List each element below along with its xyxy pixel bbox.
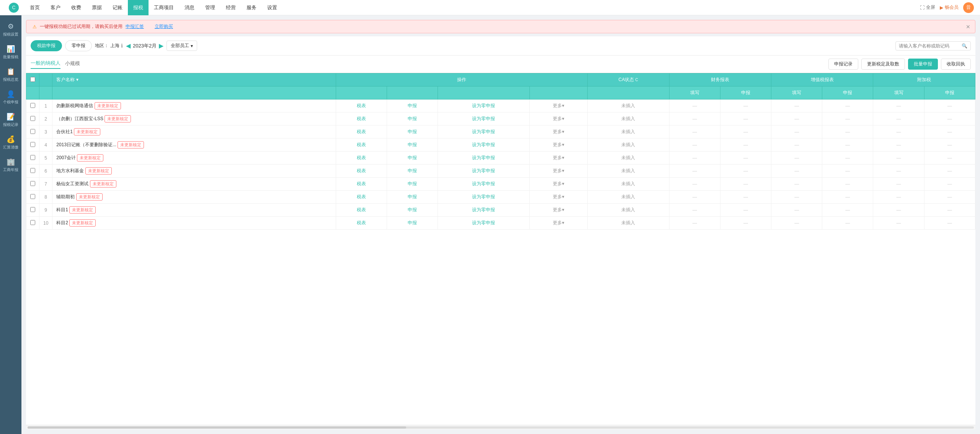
row-op-apply-5[interactable]: 申报 bbox=[387, 165, 438, 178]
notice-close-button[interactable]: ✕ bbox=[966, 24, 970, 30]
row-select-5[interactable] bbox=[30, 168, 35, 173]
next-month-button[interactable]: ▶ bbox=[159, 42, 163, 49]
sidebar-item-annual-report[interactable]: 🏢 工商年报 bbox=[0, 154, 21, 176]
row-select-1[interactable] bbox=[30, 116, 35, 121]
row-op-tax-3[interactable]: 税表 bbox=[336, 139, 387, 152]
row-op-apply-2[interactable]: 申报 bbox=[387, 126, 438, 139]
row-op-apply-3[interactable]: 申报 bbox=[387, 139, 438, 152]
row-num-3: 4 bbox=[39, 139, 52, 152]
sidebar-item-settlement[interactable]: 💰 汇算清缴 bbox=[0, 131, 21, 154]
row-op-zero-2[interactable]: 设为零申报 bbox=[438, 126, 530, 139]
row-op-zero-3[interactable]: 设为零申报 bbox=[438, 139, 530, 152]
sidebar-item-batch-tax[interactable]: 📊 批量报税 bbox=[0, 41, 21, 64]
tab-general-taxpayer[interactable]: 一般的纳税人 bbox=[31, 60, 60, 69]
row-op-zero-7[interactable]: 设为零申报 bbox=[438, 191, 530, 204]
nav-customer[interactable]: 客户 bbox=[45, 0, 66, 15]
row-select-7[interactable] bbox=[30, 194, 35, 199]
nav-bookkeeping[interactable]: 记账 bbox=[107, 0, 128, 15]
current-date: 2023年2月 bbox=[133, 42, 157, 49]
row-op-apply-6[interactable]: 申报 bbox=[387, 178, 438, 191]
collect-receipt-button[interactable]: 收取回执 bbox=[941, 59, 971, 70]
row-op-more-8[interactable]: 更多▾ bbox=[529, 204, 587, 217]
nav-tax[interactable]: 报税 bbox=[128, 0, 149, 15]
row-op-tax-0[interactable]: 税表 bbox=[336, 100, 387, 113]
nav-operation[interactable]: 经营 bbox=[220, 0, 241, 15]
row-tax-fill-3: — bbox=[771, 139, 822, 152]
row-op-zero-4[interactable]: 设为零申报 bbox=[438, 152, 530, 165]
row-op-tax-1[interactable]: 税表 bbox=[336, 113, 387, 126]
row-op-tax-4[interactable]: 税表 bbox=[336, 152, 387, 165]
row-op-more-3[interactable]: 更多▾ bbox=[529, 139, 587, 152]
row-op-tax-2[interactable]: 税表 bbox=[336, 126, 387, 139]
row-op-apply-9[interactable]: 申报 bbox=[387, 217, 438, 230]
row-op-zero-8[interactable]: 设为零申报 bbox=[438, 204, 530, 217]
row-select-0[interactable] bbox=[30, 103, 35, 108]
row-select-6[interactable] bbox=[30, 181, 35, 186]
tab-tax-declaration[interactable]: 税款申报 bbox=[31, 40, 62, 51]
row-op-apply-0[interactable]: 申报 bbox=[387, 100, 438, 113]
sidebar-item-tax-record[interactable]: 📝 报税记录 bbox=[0, 109, 21, 131]
row-op-more-4[interactable]: 更多▾ bbox=[529, 152, 587, 165]
row-op-zero-1[interactable]: 设为零申报 bbox=[438, 113, 530, 126]
tab-zero-declaration[interactable]: 零申报 bbox=[65, 40, 92, 51]
nav-business[interactable]: 工商项目 bbox=[149, 0, 179, 15]
row-op-more-1[interactable]: 更多▾ bbox=[529, 113, 587, 126]
table-row: 6 地方水利基金 未更新核定 税表 申报 设为零申报 更多▾ 未插入 — — —… bbox=[26, 165, 975, 178]
dept-select[interactable]: 全部员工 ▾ bbox=[167, 41, 197, 51]
main-table: 客户名称 ▾ 操作 CA状态 C 财务报表 增值税报表 附加税 bbox=[26, 73, 975, 230]
prev-month-button[interactable]: ◀ bbox=[126, 42, 131, 49]
avatar[interactable]: 昔 bbox=[963, 2, 974, 13]
row-name-8: 科目1 未更新核定 bbox=[52, 204, 336, 217]
row-select-8[interactable] bbox=[30, 207, 35, 212]
search-icon[interactable]: 🔍 bbox=[962, 43, 967, 49]
row-op-zero-5[interactable]: 设为零申报 bbox=[438, 165, 530, 178]
nav-home[interactable]: 首页 bbox=[24, 0, 45, 15]
row-op-zero-9[interactable]: 设为零申报 bbox=[438, 217, 530, 230]
notice-link-buy[interactable]: 立即购买 bbox=[155, 23, 173, 30]
row-select-3[interactable] bbox=[30, 142, 35, 147]
row-op-apply-8[interactable]: 申报 bbox=[387, 204, 438, 217]
row-op-tax-5[interactable]: 税表 bbox=[336, 165, 387, 178]
sidebar-item-tax-overview[interactable]: 📋 报税总览 bbox=[0, 64, 21, 86]
search-input[interactable] bbox=[899, 43, 960, 49]
horizontal-scrollbar[interactable] bbox=[26, 425, 975, 429]
row-op-tax-6[interactable]: 税表 bbox=[336, 178, 387, 191]
nav-manage[interactable]: 管理 bbox=[200, 0, 220, 15]
row-op-zero-6[interactable]: 设为零申报 bbox=[438, 178, 530, 191]
row-op-apply-4[interactable]: 申报 bbox=[387, 152, 438, 165]
row-op-tax-9[interactable]: 税表 bbox=[336, 217, 387, 230]
nav-message[interactable]: 消息 bbox=[179, 0, 200, 15]
member-button[interactable]: ▶ 畅会员 bbox=[940, 4, 959, 11]
nav-billing[interactable]: 收费 bbox=[66, 0, 87, 15]
row-fin-apply-6: — bbox=[720, 178, 771, 191]
row-op-more-6[interactable]: 更多▾ bbox=[529, 178, 587, 191]
row-op-more-2[interactable]: 更多▾ bbox=[529, 126, 587, 139]
row-select-9[interactable] bbox=[30, 220, 35, 225]
row-select-2[interactable] bbox=[30, 129, 35, 134]
row-op-tax-7[interactable]: 税表 bbox=[336, 191, 387, 204]
nav-settings[interactable]: 设置 bbox=[262, 0, 283, 15]
row-status-1: 未更新核定 bbox=[105, 115, 131, 122]
row-op-tax-8[interactable]: 税表 bbox=[336, 204, 387, 217]
row-op-zero-0[interactable]: 设为零申报 bbox=[438, 100, 530, 113]
row-op-more-7[interactable]: 更多▾ bbox=[529, 191, 587, 204]
row-op-more-5[interactable]: 更多▾ bbox=[529, 165, 587, 178]
notice-link-report[interactable]: 申报汇签 bbox=[126, 23, 144, 30]
batch-declaration-button[interactable]: 批量申报 bbox=[908, 59, 938, 70]
fullscreen-button[interactable]: ⛶ 全屏 bbox=[920, 4, 935, 11]
row-op-apply-7[interactable]: 申报 bbox=[387, 191, 438, 204]
row-add-apply-3: — bbox=[924, 139, 975, 152]
sidebar-item-personal-tax[interactable]: 👤 个税申报 bbox=[0, 86, 21, 109]
nav-invoice[interactable]: 票据 bbox=[87, 0, 107, 15]
sidebar-item-tax-settings[interactable]: ⚙ 报税设置 bbox=[0, 18, 21, 41]
declaration-record-button[interactable]: 申报记录 bbox=[828, 59, 858, 70]
row-op-apply-1[interactable]: 申报 bbox=[387, 113, 438, 126]
nav-service[interactable]: 服务 bbox=[241, 0, 262, 15]
update-tax-button[interactable]: 更新税定及取数 bbox=[861, 59, 905, 70]
row-op-more-0[interactable]: 更多▾ bbox=[529, 100, 587, 113]
row-ca-8: 未插入 bbox=[587, 204, 669, 217]
tab-small-scale[interactable]: 小规模 bbox=[65, 60, 80, 69]
select-all-checkbox[interactable] bbox=[30, 77, 35, 82]
row-op-more-9[interactable]: 更多▾ bbox=[529, 217, 587, 230]
row-select-4[interactable] bbox=[30, 155, 35, 160]
